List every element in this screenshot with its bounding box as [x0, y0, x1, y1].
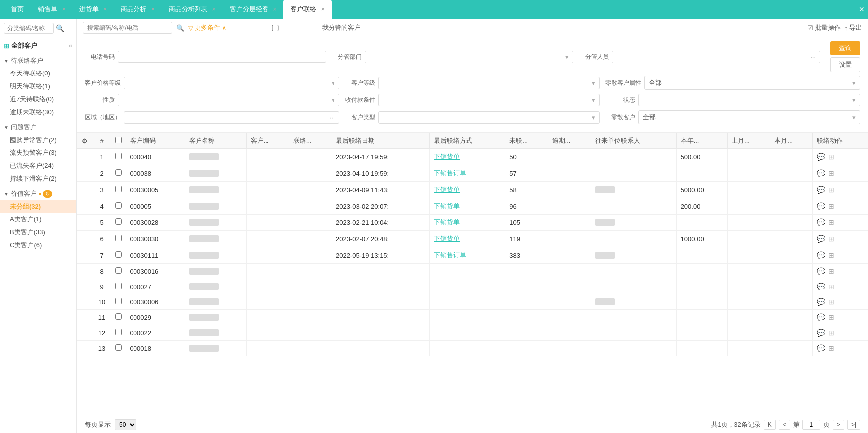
more-action-icon[interactable]: ⊞	[828, 267, 834, 275]
property-select[interactable]: ▾	[118, 94, 339, 106]
row-checkbox[interactable]	[115, 313, 122, 320]
nav-customer-contact-close[interactable]: ×	[321, 6, 325, 13]
query-button[interactable]: 查询	[830, 41, 860, 55]
nav-product-list[interactable]: 商品分析列表 ×	[162, 0, 223, 19]
phone-action-icon[interactable]: 💬	[817, 186, 825, 194]
th-checkbox[interactable]	[111, 133, 126, 149]
price-level-select[interactable]: ▾	[124, 77, 339, 89]
area-select[interactable]: ···	[124, 111, 339, 124]
row-checkbox[interactable]	[115, 153, 122, 159]
last-method-link[interactable]: 下销货单	[434, 218, 460, 226]
next-page-btn[interactable]: >	[833, 420, 844, 430]
nav-customer-contact[interactable]: 客户联络 ×	[283, 0, 332, 19]
payment-select[interactable]: ▾	[378, 94, 600, 106]
per-page-select[interactable]: 50	[115, 419, 136, 430]
sidebar-item-churned[interactable]: 已流失客户(24)	[0, 159, 76, 172]
more-conditions-btn[interactable]: ▽ 更多条件 ∧	[188, 23, 227, 32]
row-checkbox[interactable]	[115, 186, 122, 192]
last-method-link[interactable]: 下销货单	[434, 235, 460, 242]
sidebar-item-tomorrow[interactable]: 明天待联络(1)	[0, 80, 76, 93]
row-checkbox[interactable]	[115, 283, 122, 289]
sidebar-item-hoarding[interactable]: 囤购异常客户(2)	[0, 134, 76, 146]
phone-action-icon[interactable]: 💬	[817, 313, 825, 321]
collapse-icon[interactable]: «	[69, 42, 72, 49]
row-checkbox-cell[interactable]	[111, 165, 126, 182]
phone-action-icon[interactable]: 💬	[817, 202, 825, 210]
more-action-icon[interactable]: ⊞	[828, 235, 834, 243]
more-action-icon[interactable]: ⊞	[828, 329, 834, 337]
retail-customer-select[interactable]: 全部 ▾	[638, 110, 860, 124]
export-btn[interactable]: ↑ 导出	[845, 23, 863, 32]
sidebar-group-value-header[interactable]: ▼ 价值客户 ● ↻	[0, 187, 76, 200]
row-checkbox-cell[interactable]	[111, 264, 126, 279]
phone-action-icon[interactable]: 💬	[817, 169, 825, 177]
nav-purchase-close[interactable]: ×	[103, 6, 107, 13]
my-customers-check[interactable]	[231, 25, 320, 31]
row-checkbox-cell[interactable]	[111, 182, 126, 198]
row-checkbox[interactable]	[115, 298, 122, 304]
row-checkbox-cell[interactable]	[111, 198, 126, 215]
row-checkbox-cell[interactable]	[111, 279, 126, 294]
prev-page-btn[interactable]: <	[779, 420, 790, 430]
row-checkbox-cell[interactable]	[111, 294, 126, 310]
nav-product-analysis-close[interactable]: ×	[151, 6, 155, 13]
nav-product-list-close[interactable]: ×	[212, 6, 216, 13]
nav-home[interactable]: 首页	[4, 0, 31, 19]
phone-action-icon[interactable]: 💬	[817, 251, 825, 259]
phone-action-icon[interactable]: 💬	[817, 298, 825, 306]
phone-action-icon[interactable]: 💬	[817, 283, 825, 290]
row-checkbox-cell[interactable]	[111, 215, 126, 231]
last-method-link[interactable]: 下销售订单	[434, 251, 466, 259]
batch-ops-btn[interactable]: ☑ 批量操作	[807, 23, 841, 32]
phone-action-icon[interactable]: 💬	[817, 267, 825, 275]
page-number-input[interactable]	[802, 420, 820, 430]
search-input[interactable]	[83, 22, 172, 34]
more-action-icon[interactable]: ⊞	[828, 186, 834, 194]
sidebar-item-churn-warn[interactable]: 流失预警客户(3)	[0, 146, 76, 159]
phone-action-icon[interactable]: 💬	[817, 235, 825, 243]
nav-purchase[interactable]: 进货单 ×	[72, 0, 114, 19]
last-page-btn[interactable]: >|	[847, 420, 860, 430]
select-all-checkbox[interactable]	[115, 137, 122, 143]
sidebar-item-class-b[interactable]: B类客户(33)	[0, 226, 76, 239]
sidebar-item-class-a[interactable]: A类客户(1)	[0, 213, 76, 226]
sidebar-item-class-c[interactable]: C类客户(6)	[0, 239, 76, 252]
sidebar-item-declining[interactable]: 持续下滑客户(2)	[0, 172, 76, 185]
last-method-link[interactable]: 下销货单	[434, 153, 460, 160]
row-checkbox-cell[interactable]	[111, 231, 126, 247]
more-action-icon[interactable]: ⊞	[828, 218, 834, 226]
sidebar-item-7days[interactable]: 近7天待联络(0)	[0, 93, 76, 106]
sidebar-all-customers[interactable]: ⊞ 全部客户 «	[0, 38, 76, 53]
more-action-icon[interactable]: ⊞	[828, 153, 834, 161]
more-action-icon[interactable]: ⊞	[828, 251, 834, 259]
row-checkbox-cell[interactable]	[111, 325, 126, 341]
window-close[interactable]: ×	[859, 4, 864, 15]
last-method-link[interactable]: 下销售订单	[434, 169, 466, 177]
sidebar-group-pending-header[interactable]: ▼ 待联络客户	[0, 54, 76, 67]
phone-action-icon[interactable]: 💬	[817, 329, 825, 337]
sidebar-group-problem-header[interactable]: ▼ 问题客户	[0, 121, 76, 134]
sidebar-item-overdue[interactable]: 逾期未联络(30)	[0, 106, 76, 119]
th-settings[interactable]: ⚙	[77, 133, 93, 149]
row-checkbox[interactable]	[115, 329, 122, 335]
more-action-icon[interactable]: ⊞	[828, 298, 834, 306]
phone-action-icon[interactable]: 💬	[817, 153, 825, 161]
status-select[interactable]: ▾	[638, 94, 860, 106]
row-checkbox[interactable]	[115, 202, 122, 209]
row-checkbox-cell[interactable]	[111, 310, 126, 325]
customer-type-select[interactable]: ▾	[378, 111, 600, 124]
row-checkbox-cell[interactable]	[111, 341, 126, 356]
sidebar-search-icon[interactable]: 🔍	[56, 24, 64, 32]
sidebar-item-ungroup[interactable]: 未分组(32)	[0, 200, 76, 213]
customer-level-select[interactable]: ▾	[378, 77, 600, 89]
reset-button[interactable]: 设置	[830, 57, 860, 72]
settings-icon[interactable]: ⚙	[82, 137, 88, 144]
phone-action-icon[interactable]: 💬	[817, 344, 825, 352]
row-checkbox[interactable]	[115, 251, 122, 258]
phone-input[interactable]	[118, 51, 326, 63]
row-checkbox-cell[interactable]	[111, 247, 126, 264]
dept-select[interactable]: ▾	[365, 51, 573, 63]
nav-product-analysis[interactable]: 商品分析 ×	[114, 0, 162, 19]
manager-select[interactable]: ···	[612, 51, 820, 63]
row-checkbox[interactable]	[115, 344, 122, 351]
